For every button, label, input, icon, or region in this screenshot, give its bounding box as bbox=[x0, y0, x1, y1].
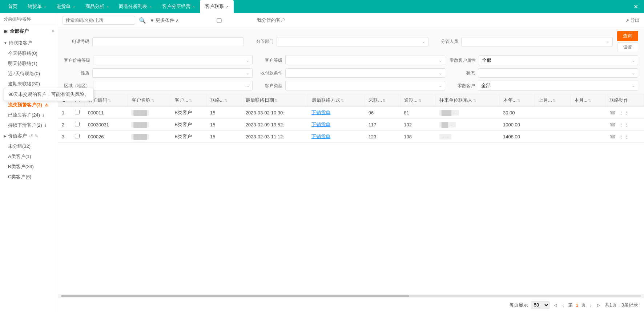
next-page-btn[interactable]: › bbox=[589, 303, 592, 308]
horizontal-scrollbar[interactable] bbox=[58, 294, 644, 298]
filter-gender-select[interactable]: ⌄ bbox=[92, 68, 253, 78]
contact-icon[interactable]: ☎ bbox=[609, 122, 616, 127]
info-icon: ℹ bbox=[43, 113, 44, 117]
more-conditions-btn[interactable]: ▼ 更多条件 ∧ bbox=[150, 17, 179, 24]
sidebar-item-churned[interactable]: 已流失客户(24) ℹ bbox=[0, 110, 58, 120]
page-label: 第 bbox=[568, 302, 573, 308]
group-value-customers[interactable]: ▶ 价值客户 ↺ ✎ bbox=[0, 130, 58, 141]
collapse-icon[interactable]: « bbox=[52, 29, 54, 34]
my-customers-checkbox-label[interactable]: 我分管的客户 bbox=[183, 17, 285, 24]
row-last-contact-method[interactable]: 下销货单 bbox=[308, 119, 365, 131]
more-actions-icon[interactable]: ⋮⋮ bbox=[619, 122, 629, 127]
all-customers-header[interactable]: ⊞ 全部客户 « bbox=[0, 25, 58, 37]
sort-icon[interactable]: ⇅ bbox=[275, 98, 278, 102]
close-icon[interactable]: × bbox=[193, 4, 195, 9]
sort-icon[interactable]: ⇅ bbox=[473, 98, 476, 102]
close-icon[interactable]: × bbox=[226, 4, 228, 9]
sort-icon[interactable]: ⇅ bbox=[418, 98, 421, 102]
sidebar-item-class-a[interactable]: A类客户(1) bbox=[0, 151, 58, 162]
filter-phone-input[interactable] bbox=[92, 37, 244, 46]
row-checkbox[interactable] bbox=[71, 131, 84, 143]
tab-purchase[interactable]: 进货单 × bbox=[51, 0, 80, 13]
prev-page-btn[interactable]: ‹ bbox=[562, 303, 565, 308]
sort-icon[interactable]: ⇅ bbox=[341, 98, 344, 102]
dots-icon[interactable]: ··· bbox=[605, 39, 609, 44]
row-unlisted: 123 bbox=[365, 131, 401, 143]
contact-icon[interactable]: ☎ bbox=[609, 134, 616, 139]
more-actions-icon[interactable]: ⋮⋮ bbox=[619, 110, 629, 116]
group-pending-contact[interactable]: ▼ 待联络客户 bbox=[0, 37, 58, 48]
query-button[interactable]: 查询 bbox=[617, 31, 638, 41]
row-select-checkbox[interactable] bbox=[75, 110, 80, 114]
row-checkbox[interactable] bbox=[71, 107, 84, 119]
row-checkbox[interactable] bbox=[71, 119, 84, 131]
export-btn[interactable]: ↗ 导出 bbox=[625, 17, 640, 24]
tab-sales[interactable]: 销货单 × bbox=[23, 0, 51, 13]
chevron-down-icon: ⌄ bbox=[632, 84, 635, 88]
chevron-down-icon: ⌄ bbox=[632, 58, 635, 63]
dots-icon[interactable]: ··· bbox=[245, 83, 249, 89]
page-size-select[interactable]: 50 100 bbox=[531, 301, 550, 309]
filter-region-select[interactable]: ··· bbox=[93, 81, 253, 90]
sort-icon[interactable]: ⇅ bbox=[108, 98, 111, 102]
sort-icon[interactable]: ⇅ bbox=[553, 98, 556, 102]
sidebar-search-input[interactable] bbox=[4, 16, 58, 21]
close-icon[interactable]: × bbox=[106, 4, 109, 9]
row-last-contact-method[interactable]: 下销货单 bbox=[308, 107, 365, 119]
contact-icon[interactable]: ☎ bbox=[609, 110, 616, 116]
row-last-contact-method[interactable]: 下销货单 bbox=[308, 131, 365, 143]
close-icon[interactable]: × bbox=[73, 4, 75, 9]
filter-zero-attr-select[interactable]: 全部 ⌄ bbox=[479, 55, 638, 65]
filter-price-level-select[interactable]: ⌄ bbox=[93, 56, 253, 65]
sidebar-search-box: 🔍 bbox=[0, 13, 58, 25]
sort-icon[interactable]: ⇅ bbox=[383, 98, 386, 102]
sidebar-item-unsorted[interactable]: 未分组(32) bbox=[0, 141, 58, 151]
filter-zero-customer-select[interactable]: 全部 ⌄ bbox=[478, 81, 638, 91]
more-actions-icon[interactable]: ⋮⋮ bbox=[619, 134, 629, 139]
sort-icon[interactable]: ⇅ bbox=[517, 98, 520, 102]
sort-icon[interactable]: ⇅ bbox=[588, 98, 591, 102]
filter-customer-level-select[interactable]: ⌄ bbox=[285, 56, 446, 65]
sidebar-item-overdue[interactable]: 逾期未联络(30) bbox=[0, 79, 58, 89]
sidebar-item-declining[interactable]: 持续下滑客户(2) ℹ bbox=[0, 120, 58, 130]
tab-product-analysis[interactable]: 商品分析 × bbox=[80, 0, 114, 13]
edit-icon[interactable]: ✎ bbox=[35, 133, 39, 139]
filter-status-select[interactable]: ⌄ bbox=[478, 68, 638, 78]
sidebar-item-churn-warning[interactable]: 流失预警客户(3) ⚠ bbox=[0, 100, 58, 110]
row-select-checkbox[interactable] bbox=[75, 134, 80, 138]
filter-dept-select[interactable]: ⌄ bbox=[277, 37, 428, 46]
close-icon[interactable]: × bbox=[149, 4, 152, 9]
filter-customer-type-select[interactable]: ⌄ bbox=[285, 81, 446, 90]
main-search-input[interactable] bbox=[63, 16, 135, 25]
scroll-thumb[interactable] bbox=[61, 295, 409, 297]
tab-customer-tiering[interactable]: 客户分层经营 × bbox=[157, 0, 200, 13]
sort-icon[interactable]: ⇅ bbox=[151, 98, 154, 102]
row-customer-type: B类客户 bbox=[171, 131, 207, 143]
filter-manager-select[interactable]: ··· bbox=[461, 37, 613, 46]
sidebar-item-today[interactable]: 今天待联络(0) bbox=[0, 48, 58, 58]
tab-product-analysis-list[interactable]: 商品分析列表 × bbox=[114, 0, 157, 13]
close-icon[interactable]: × bbox=[44, 4, 46, 9]
filter-gender-field: 性质 ⌄ bbox=[64, 68, 253, 78]
filter-icon: ▼ bbox=[150, 18, 154, 23]
settings-button[interactable]: 设置 bbox=[617, 42, 638, 52]
sidebar-item-tomorrow[interactable]: 明天待联络(1) bbox=[0, 58, 58, 69]
tab-customer-contact[interactable]: 客户联系 × bbox=[200, 0, 233, 13]
window-close-button[interactable]: ✕ bbox=[631, 3, 641, 10]
data-table-container: ⚙ 客户编码⇅ 客户名称⇅ 客户...⇅ 联络...⇅ 最后联络日期⇅ 最后联络… bbox=[58, 94, 644, 294]
sidebar-item-class-c[interactable]: C类客户(6) bbox=[0, 172, 58, 182]
sidebar-item-7days[interactable]: 近7天待联络(0) bbox=[0, 69, 58, 79]
last-page-btn[interactable]: ⊳ bbox=[596, 303, 602, 308]
tab-home[interactable]: 首页 bbox=[3, 0, 23, 13]
sidebar-item-class-b[interactable]: B类客户(33) bbox=[0, 162, 58, 172]
row-select-checkbox[interactable] bbox=[75, 122, 80, 126]
first-page-btn[interactable]: ⊲ bbox=[552, 303, 559, 308]
refresh-icon[interactable]: ↺ bbox=[29, 133, 33, 139]
filter-payment-select[interactable]: ⌄ bbox=[285, 68, 446, 78]
my-customers-checkbox[interactable] bbox=[183, 18, 255, 23]
sort-icon[interactable]: ⇅ bbox=[189, 98, 192, 102]
col-last-month: 上月...⇅ bbox=[535, 94, 571, 107]
col-this-year: 本年...⇅ bbox=[499, 94, 535, 107]
sort-icon[interactable]: ⇅ bbox=[224, 98, 227, 102]
main-search-icon[interactable]: 🔍 bbox=[139, 17, 146, 24]
